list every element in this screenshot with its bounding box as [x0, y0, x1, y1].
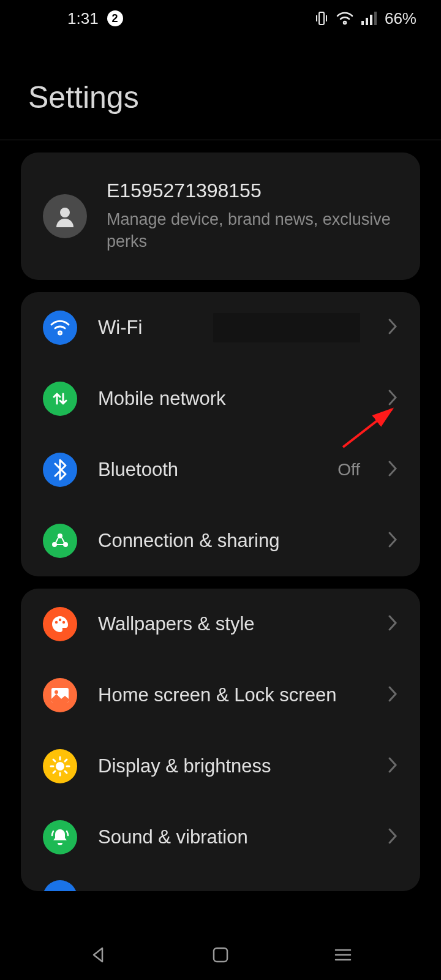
- bluetooth-icon: [43, 453, 77, 487]
- wifi-icon: [43, 311, 77, 345]
- row-wallpapers[interactable]: Wallpapers & style: [21, 589, 420, 660]
- svg-point-11: [62, 621, 65, 624]
- row-label: Connection & sharing: [98, 530, 366, 552]
- vibrate-icon: [315, 11, 328, 26]
- bell-icon: [43, 820, 77, 854]
- row-home-lock[interactable]: Home screen & Lock screen: [21, 660, 420, 731]
- svg-point-9: [55, 621, 58, 624]
- svg-rect-16: [214, 948, 227, 962]
- row-label: Wallpapers & style: [98, 613, 366, 635]
- signal-icon: [361, 12, 377, 25]
- row-peek[interactable]: [21, 873, 420, 891]
- row-display[interactable]: Display & brightness: [21, 731, 420, 802]
- status-bar: 1:31 2 66%: [0, 0, 441, 37]
- svg-rect-2: [366, 18, 368, 25]
- svg-point-6: [58, 533, 62, 538]
- svg-point-5: [60, 208, 70, 217]
- chevron-right-icon: [387, 388, 398, 409]
- avatar: [43, 194, 87, 238]
- row-label: Home screen & Lock screen: [98, 684, 366, 706]
- row-label: Sound & vibration: [98, 826, 366, 848]
- account-name: E1595271398155: [107, 179, 398, 202]
- image-icon: [43, 678, 77, 712]
- share-icon: [43, 524, 77, 558]
- bluetooth-value: Off: [337, 460, 360, 480]
- wifi-icon: [336, 11, 354, 26]
- row-label: Bluetooth: [98, 459, 317, 481]
- battery-percent: 66%: [385, 9, 417, 28]
- settings-group-personalization: Wallpapers & style Home screen & Lock sc…: [21, 589, 420, 891]
- palette-icon: [43, 607, 77, 641]
- status-time: 1:31: [67, 9, 99, 28]
- chevron-right-icon: [387, 530, 398, 551]
- nav-home-button[interactable]: [212, 946, 229, 966]
- row-mobile-network[interactable]: Mobile network: [21, 363, 420, 434]
- wifi-value-redacted: [213, 313, 360, 342]
- svg-point-13: [55, 690, 58, 694]
- navigation-bar: [0, 932, 441, 980]
- status-left: 1:31 2: [67, 9, 123, 28]
- nav-recents-button[interactable]: [334, 948, 352, 965]
- sun-icon: [43, 749, 77, 783]
- account-card[interactable]: E1595271398155 Manage device, brand news…: [21, 153, 420, 280]
- svg-rect-4: [374, 12, 377, 25]
- settings-group-connectivity: Wi-Fi Mobile network Bluetooth Off Conne…: [21, 292, 420, 576]
- row-connection-sharing[interactable]: Connection & sharing: [21, 505, 420, 576]
- row-bluetooth[interactable]: Bluetooth Off: [21, 434, 420, 505]
- row-wifi[interactable]: Wi-Fi: [21, 292, 420, 363]
- row-label: Mobile network: [98, 388, 366, 410]
- row-sound[interactable]: Sound & vibration: [21, 802, 420, 873]
- header-divider: [0, 140, 441, 140]
- page-title: Settings: [0, 37, 441, 140]
- chevron-right-icon: [387, 756, 398, 777]
- svg-rect-1: [361, 21, 364, 25]
- svg-point-14: [56, 762, 64, 771]
- chevron-right-icon: [387, 459, 398, 480]
- svg-rect-3: [370, 15, 372, 25]
- peek-icon: [43, 880, 77, 891]
- svg-point-10: [59, 619, 61, 621]
- chevron-right-icon: [387, 317, 398, 338]
- account-subtitle: Manage device, brand news, exclusive per…: [107, 208, 398, 253]
- chevron-right-icon: [387, 827, 398, 848]
- notification-count-badge: 2: [107, 10, 123, 26]
- chevron-right-icon: [387, 685, 398, 706]
- row-label: Wi-Fi: [98, 317, 192, 339]
- chevron-right-icon: [387, 614, 398, 635]
- svg-rect-0: [319, 12, 324, 24]
- status-right: 66%: [315, 9, 417, 28]
- mobile-data-icon: [43, 382, 77, 416]
- row-label: Display & brightness: [98, 755, 366, 777]
- nav-back-button[interactable]: [89, 946, 107, 967]
